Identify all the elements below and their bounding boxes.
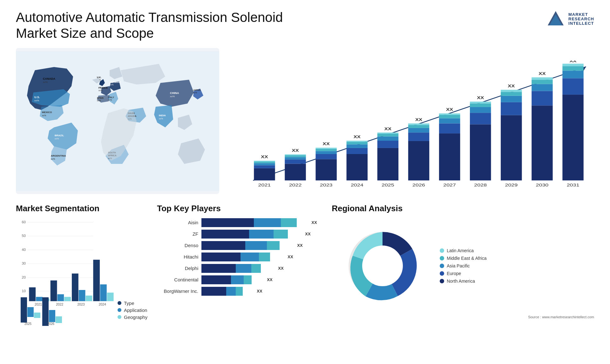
svg-text:ARGENTINA: ARGENTINA: [51, 154, 66, 157]
svg-rect-96: [501, 92, 522, 96]
logo: MARKET RESEARCH INTELLECT: [546, 10, 594, 29]
svg-text:2027: 2027: [443, 183, 456, 187]
svg-rect-65: [377, 148, 398, 180]
segmentation-section: Market Segmentation 60 50 40 30 20 10 0: [16, 204, 147, 354]
asia-pacific-dot: [440, 264, 444, 268]
svg-rect-88: [470, 107, 491, 113]
svg-rect-102: [532, 84, 552, 91]
svg-rect-38: [254, 165, 275, 168]
source-text: Source : www.marketresearchintellect.com: [332, 315, 594, 319]
app-dot: [118, 308, 121, 312]
key-players-section: Top Key Players Aisin XX: [157, 204, 322, 354]
north-america-dot: [440, 279, 444, 283]
player-row-denso: Denso XX: [157, 241, 322, 250]
svg-rect-152: [56, 316, 62, 323]
svg-text:JAPAN: JAPAN: [193, 89, 200, 91]
legend-europe: Europe: [440, 271, 486, 276]
svg-text:CHINA: CHINA: [170, 91, 179, 95]
svg-rect-53: [315, 151, 336, 154]
svg-rect-94: [501, 102, 522, 115]
svg-text:2026: 2026: [47, 322, 55, 326]
svg-rect-51: [315, 159, 336, 180]
svg-text:BRAZIL: BRAZIL: [55, 134, 64, 137]
geo-dot: [118, 315, 121, 319]
player-row-aisin: Aisin XX: [157, 218, 322, 227]
svg-rect-60: [347, 144, 368, 148]
svg-text:xx%: xx%: [108, 99, 112, 101]
svg-rect-86: [470, 124, 491, 180]
svg-rect-107: [562, 95, 583, 180]
player-row-zf: ZF XX: [157, 230, 322, 239]
svg-text:INDIA: INDIA: [159, 114, 166, 117]
svg-rect-45: [285, 159, 306, 164]
bar-chart-container: 2021 XX 2022 XX 2023: [229, 48, 594, 194]
svg-rect-147: [34, 313, 40, 318]
svg-text:xx%: xx%: [159, 118, 163, 120]
logo-icon: [546, 10, 565, 29]
svg-text:MEXICO: MEXICO: [42, 111, 52, 114]
svg-text:xx%: xx%: [110, 84, 114, 86]
svg-rect-146: [27, 307, 34, 317]
svg-text:XX: XX: [261, 155, 268, 159]
svg-rect-101: [532, 91, 552, 105]
svg-text:50: 50: [22, 234, 26, 238]
player-name-continental: Continental: [157, 277, 198, 282]
svg-rect-80: [439, 123, 460, 133]
player-name-borgwarner: BorgWarner Inc.: [157, 288, 198, 294]
player-name-hitachi: Hitachi: [157, 254, 198, 260]
svg-rect-104: [532, 77, 552, 80]
seg-chart-extra: 2025 2026: [19, 297, 108, 326]
player-bar-aisin: XX: [201, 218, 322, 227]
player-row-borgwarner: BorgWarner Inc. XX: [157, 287, 322, 296]
svg-text:xx%: xx%: [97, 99, 101, 102]
svg-text:2024: 2024: [351, 183, 363, 187]
player-bar-delphi: XX: [201, 264, 322, 273]
svg-rect-58: [347, 154, 368, 180]
world-map-container: CANADA xx% U.S. xx% MEXICO xx% BRAZIL xx…: [16, 48, 219, 194]
svg-text:XX: XX: [354, 135, 361, 139]
svg-text:xx%: xx%: [42, 114, 46, 117]
segmentation-title: Market Segmentation: [16, 204, 147, 213]
player-row-delphi: Delphi XX: [157, 264, 322, 273]
regional-section: Regional Analysis: [332, 204, 594, 354]
svg-rect-103: [532, 80, 552, 84]
bar-chart-svg: 2021 XX 2022 XX 2023: [229, 61, 594, 194]
svg-rect-100: [532, 105, 552, 180]
svg-text:XX: XX: [446, 107, 453, 112]
svg-rect-145: [21, 297, 27, 322]
svg-text:CANADA: CANADA: [43, 77, 55, 80]
latin-america-dot: [440, 248, 444, 253]
svg-rect-44: [285, 164, 306, 180]
svg-rect-151: [49, 310, 55, 322]
svg-rect-75: [408, 125, 429, 128]
svg-text:2028: 2028: [474, 183, 487, 187]
svg-text:U.S.: U.S.: [34, 96, 40, 99]
bottom-row: Market Segmentation 60 50 40 30 20 10 0: [16, 204, 594, 354]
world-map-svg: CANADA xx% U.S. xx% MEXICO xx% BRAZIL xx…: [16, 48, 219, 194]
svg-text:XX: XX: [292, 148, 299, 153]
player-name-denso: Denso: [157, 243, 198, 248]
svg-text:FRANCE: FRANCE: [98, 87, 108, 89]
europe-dot: [440, 271, 444, 276]
svg-rect-95: [501, 96, 522, 102]
svg-text:xx%: xx%: [55, 138, 59, 140]
svg-rect-69: [377, 132, 398, 134]
svg-rect-66: [377, 141, 398, 148]
donut-chart: [332, 218, 433, 313]
svg-text:SPAIN: SPAIN: [97, 97, 104, 99]
legend-type: Type: [118, 300, 147, 306]
svg-text:ITALY: ITALY: [108, 96, 114, 98]
svg-text:2029: 2029: [505, 183, 518, 187]
player-row-hitachi: Hitachi XX: [157, 253, 322, 261]
svg-text:30: 30: [22, 261, 26, 265]
svg-rect-61: [347, 142, 368, 145]
svg-rect-97: [501, 90, 522, 92]
svg-rect-140: [93, 260, 100, 301]
player-row-continental: Continental XX: [157, 275, 322, 284]
svg-rect-39: [254, 163, 275, 165]
svg-rect-54: [315, 149, 336, 151]
svg-rect-47: [285, 155, 306, 157]
svg-text:xx%: xx%: [170, 95, 175, 98]
svg-text:GERMANY: GERMANY: [110, 81, 121, 83]
svg-text:60: 60: [22, 220, 26, 224]
